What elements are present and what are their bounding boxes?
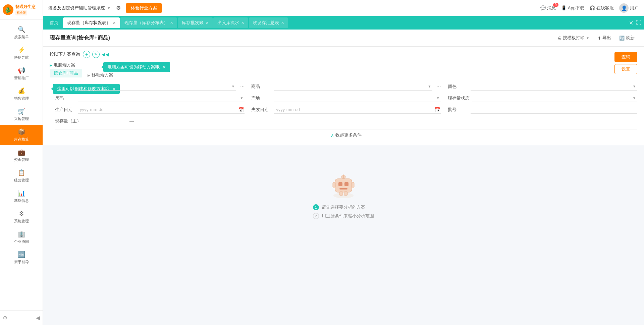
tab-batch[interactable]: 库存批次账 ✕ [178,17,213,28]
sidebar-item-enterprise[interactable]: 🏢 企业协同 [0,227,43,248]
quick-icon: ⚡ [18,46,25,54]
topbar-settings-icon[interactable]: ⚙ [116,5,121,11]
range-separator: — [127,119,137,124]
empty-state: 1 请先选择要分析的方案 2 用过滤条件来缩小分析范围 [43,145,644,246]
svg-rect-4 [339,188,347,189]
filter-row-goods: 商品 ▼ ··· [251,82,441,91]
sidebar-item-operation[interactable]: 📋 经营管理 [0,166,43,186]
export-button[interactable]: ⬆ 导出 [595,34,614,42]
tab-close-icon[interactable]: ✕ [281,21,284,25]
empty-step-1: 1 请先选择要分析的方案 [313,204,374,210]
enterprise-icon: 🏢 [18,230,25,238]
sidebar-item-marketing[interactable]: 📢 营销推广 [0,63,43,84]
app-download-action[interactable]: 📱 App下载 [561,5,584,11]
tab-summary[interactable]: 收发存汇总表 ✕ [249,17,288,28]
logo-text: 畅通好生意 标准版 [15,4,36,15]
export-label: 导出 [602,35,611,41]
sidebar-item-label: 采购管理 [14,116,29,121]
stock-status-input[interactable] [472,94,637,102]
size-input[interactable] [78,94,245,102]
message-action[interactable]: 💬 消息 9 [540,5,556,11]
tab-close-icon[interactable]: ✕ [241,21,244,25]
tab-expand-icon[interactable]: ⛶ [636,20,641,26]
sidebar-bottom: ⚙ ◀ [0,310,43,325]
tab-inventory-status[interactable]: 现存量（库存状况表） ✕ [63,17,120,28]
filter-buttons: 查询 设置 [614,52,637,74]
logo-area: 🐉 畅通好生意 标准版 [0,0,43,20]
tab-label: 现存量（库存状况表） [67,20,111,26]
tab-home-label: 首页 [50,20,58,26]
sidebar-item-inventory[interactable]: 📦 库存核算 [0,125,43,145]
sidebar-item-sales[interactable]: 💰 销售管理 [0,84,43,104]
pc-plan-label: 电脑端方案 [54,62,75,68]
stock-qty-min-input[interactable] [84,117,124,125]
exp-date-label: 失效日期 [251,107,271,113]
collapse-button[interactable]: ∧ 收起更多条件 [55,129,637,141]
user-action[interactable]: 👤 用户 [619,3,639,13]
basic-icon: 📊 [18,189,25,197]
search-button[interactable]: 查询 [614,52,637,62]
color-input[interactable] [471,82,637,90]
collapse-label: 收起更多条件 [335,132,362,138]
topbar-right: 💬 消息 9 📱 App下载 🎧 在线客服 👤 用户 [540,3,639,13]
goods-input[interactable] [274,82,432,90]
warehouse-input[interactable] [78,82,236,90]
set-button[interactable]: 设置 [614,64,637,74]
filter-edit-button[interactable]: ✎ [92,51,100,58]
trial-button[interactable]: 体验行业方案 [126,3,162,13]
tab-label: 出入库流水 [217,20,239,26]
tab-inventory-dist[interactable]: 现存量（库存分布表） ✕ [120,17,177,28]
tab-close-all-icon[interactable]: ✕ [629,20,633,26]
chevron-down-icon: ▼ [107,6,111,10]
calendar-icon[interactable]: 📅 [237,106,245,113]
calendar-icon[interactable]: 📅 [434,106,441,113]
tab-inout[interactable]: 出入库流水 ✕ [213,17,248,28]
sidebar-item-finance[interactable]: 💼 资金管理 [0,145,43,166]
print-button[interactable]: 🖨 按模板打印 ▼ [554,34,592,42]
svg-point-0 [333,193,354,198]
support-action[interactable]: 🎧 在线客服 [590,5,614,11]
pc-plan-item[interactable]: 按仓库+商品 [50,69,82,77]
sidebar-item-search[interactable]: 🔍 搜索菜单 [0,22,43,43]
goods-more-icon[interactable]: ··· [436,84,441,90]
warehouse-more-icon[interactable]: ··· [240,84,245,90]
sidebar-item-system[interactable]: ⚙ 系统管理 [0,207,43,227]
tab-close-icon[interactable]: ✕ [113,21,116,25]
filter-row-stock-qty: 现存量（主） — [55,117,441,125]
system-selector[interactable]: 装备及固定资产辅助管理系统 ▼ [48,5,111,11]
sidebar-item-basic[interactable]: 📊 基础信息 [0,186,43,207]
plan-tooltip-close[interactable]: ✕ [162,65,166,70]
message-badge: 9 [553,3,558,7]
topbar: 装备及固定资产辅助管理系统 ▼ ⚙ 体验行业方案 💬 消息 9 📱 App下载 … [43,0,644,16]
mobile-plan-toggle[interactable]: ▶ 移动端方案 [88,72,113,78]
sidebar-item-label: 新手引导 [14,260,29,265]
collapse-sidebar-icon[interactable]: ◀ [36,315,40,321]
plan-tooltip-text: 电脑方案可设为移动方案哦 [107,64,160,70]
page-header: 现存量查询(按仓库+商品) 🖨 按模板打印 ▼ ⬆ 导出 🔄 刷新 [43,30,644,47]
stock-qty-max-input[interactable] [139,117,179,125]
prod-date-input[interactable] [78,106,237,113]
sidebar-item-guide[interactable]: 🆕 新手引导 [0,248,43,268]
exp-date-input[interactable] [274,106,434,113]
filter-add-button[interactable]: + [83,51,90,58]
refresh-button[interactable]: 🔄 刷新 [616,34,637,42]
sidebar-item-quick[interactable]: ⚡ 快捷导航 [0,43,43,63]
mobile-plan-label: 移动端方案 [92,72,113,78]
settings-bottom-icon[interactable]: ⚙ [3,315,7,321]
filter-row-exp-date: 失效日期 📅 [251,106,441,114]
tab-home[interactable]: 首页 [46,17,62,28]
operation-icon: 📋 [18,169,25,176]
origin-input[interactable] [274,94,441,102]
plan-section-toggle[interactable]: ▶ 电脑端方案 [50,62,82,68]
tab-label: 现存量（库存分布表） [124,20,168,26]
export-icon: ⬆ [597,36,601,41]
svg-rect-8 [344,192,347,196]
sidebar-item-purchase[interactable]: 🛒 采购管理 [0,104,43,125]
tab-label: 库存批次账 [182,20,204,26]
tab-close-icon[interactable]: ✕ [206,21,209,25]
size-label: 尺码 [55,95,75,101]
filter-back-button[interactable]: ◀◀ [102,52,109,57]
batch-input[interactable] [471,106,637,114]
tab-close-icon[interactable]: ✕ [170,21,173,25]
svg-rect-3 [344,182,348,186]
